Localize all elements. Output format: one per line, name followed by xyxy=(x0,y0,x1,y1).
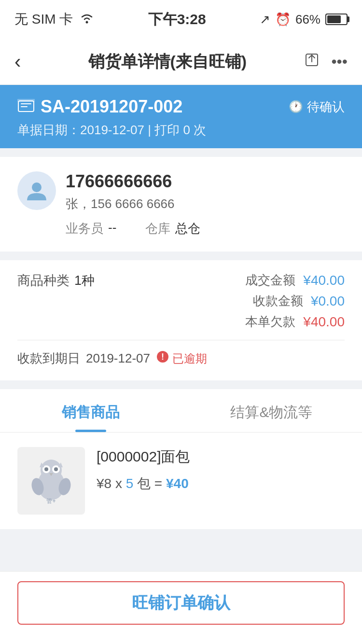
carrier-text: 无 SIM 卡 xyxy=(14,10,73,28)
share-button[interactable] xyxy=(304,52,320,71)
amount-row-1: 收款金额 ¥0.00 xyxy=(253,293,345,309)
page-title: 销货单详情(来自旺铺) xyxy=(30,51,304,73)
amount-value-1: ¥0.00 xyxy=(311,294,345,309)
amount-right: 成交金额 ¥40.00 收款金额 ¥0.00 本单欠款 ¥40.00 xyxy=(245,272,345,330)
equals-sign: = xyxy=(154,476,166,491)
goods-type-label: 商品种类 xyxy=(17,272,70,289)
amount-row-2: 本单欠款 ¥40.00 xyxy=(245,313,345,330)
warehouse-value: 总仓 xyxy=(175,220,200,237)
product-total: ¥40 xyxy=(166,476,189,491)
order-id-text: SA-20191207-002 xyxy=(41,97,182,117)
status-time: 下午3:28 xyxy=(148,10,206,29)
tab-settlement[interactable]: 结算&物流等 xyxy=(181,389,362,432)
alarm-icon: ⏰ xyxy=(275,12,291,27)
order-status: 🕐 待确认 xyxy=(289,98,345,115)
overdue-icon: ! xyxy=(156,350,169,367)
bottom-bar: 旺铺订单确认 xyxy=(0,571,362,644)
back-button[interactable]: ‹ xyxy=(14,51,30,72)
product-section: 管+ [0000002]面包 ¥8 x 5 包 = ¥40 xyxy=(0,433,362,529)
status-bar: 无 SIM 卡 下午3:28 ↗ ⏰ 66% xyxy=(0,0,362,39)
overdue-text: 已逾期 xyxy=(172,351,207,366)
svg-point-0 xyxy=(86,21,88,24)
overdue-badge: ! 已逾期 xyxy=(156,350,207,367)
warehouse-item: 仓库 总仓 xyxy=(145,220,200,237)
amount-row-0: 成交金额 ¥40.00 xyxy=(245,272,345,289)
goods-type: 商品种类 1种 xyxy=(17,272,95,289)
customer-info: 17666666666 张，156 6666 6666 业务员 -- 仓库 总仓 xyxy=(66,171,345,237)
customer-avatar xyxy=(17,171,56,210)
svg-point-12 xyxy=(54,467,58,471)
nav-bar: ‹ 销货单详情(来自旺铺) ••• xyxy=(0,39,362,85)
order-status-text: 待确认 xyxy=(307,98,345,115)
svg-point-4 xyxy=(32,182,42,192)
amount-value-2: ¥40.00 xyxy=(303,314,345,330)
goods-type-value: 1种 xyxy=(74,272,95,289)
svg-point-11 xyxy=(44,467,48,471)
svg-text:管+: 管+ xyxy=(46,498,56,504)
amount-value-0: ¥40.00 xyxy=(303,273,345,288)
salesperson-label: 业务员 xyxy=(66,220,103,237)
due-date-section: 收款到期日 2019-12-07 ! 已逾期 xyxy=(17,340,345,369)
multiply-sign: x xyxy=(115,476,126,491)
product-unit: 包 xyxy=(137,476,151,491)
nav-actions: ••• xyxy=(304,52,348,71)
tab-sales-goods[interactable]: 销售商品 xyxy=(0,389,181,432)
product-qty: 5 xyxy=(126,476,134,491)
wifi-icon xyxy=(80,12,94,27)
product-info: [0000002]面包 ¥8 x 5 包 = ¥40 xyxy=(97,447,345,515)
tabs-section: 销售商品 结算&物流等 xyxy=(0,389,362,433)
order-date: 单据日期：2019-12-07 | 打印 0 次 xyxy=(17,122,345,139)
customer-phone: 17666666666 xyxy=(66,171,345,192)
confirm-order-button[interactable]: 旺铺订单确认 xyxy=(17,581,345,625)
amounts-card: 商品种类 1种 成交金额 ¥40.00 收款金额 ¥0.00 本单欠款 ¥40.… xyxy=(0,260,362,380)
status-clock-icon: 🕐 xyxy=(289,100,303,113)
svg-rect-3 xyxy=(17,99,35,102)
status-right: ↗ ⏰ 66% xyxy=(260,12,348,27)
order-header: SA-20191207-002 🕐 待确认 单据日期：2019-12-07 | … xyxy=(0,85,362,148)
amount-section: 商品种类 1种 成交金额 ¥40.00 收款金额 ¥0.00 本单欠款 ¥40.… xyxy=(17,272,345,330)
order-icon xyxy=(17,98,35,116)
amount-label-2: 本单欠款 xyxy=(245,313,295,330)
product-unit-price: ¥8 xyxy=(97,476,111,491)
customer-meta: 业务员 -- 仓库 总仓 xyxy=(66,220,345,237)
section-divider xyxy=(0,380,362,389)
battery-icon xyxy=(325,14,348,25)
location-icon: ↗ xyxy=(260,12,270,27)
amount-label-0: 成交金额 xyxy=(245,272,295,289)
amount-label-1: 收款金额 xyxy=(253,293,303,309)
salesperson-item: 业务员 -- xyxy=(66,220,116,237)
product-image: 管+ xyxy=(17,447,85,515)
svg-text:!: ! xyxy=(161,352,164,362)
customer-card: 17666666666 张，156 6666 6666 业务员 -- 仓库 总仓 xyxy=(0,157,362,252)
salesperson-value: -- xyxy=(108,220,116,237)
product-price: ¥8 x 5 包 = ¥40 xyxy=(97,475,345,493)
warehouse-label: 仓库 xyxy=(145,220,170,237)
customer-name: 张，156 6666 6666 xyxy=(66,196,345,212)
more-button[interactable]: ••• xyxy=(331,53,348,70)
product-name: [0000002]面包 xyxy=(97,447,345,467)
order-id: SA-20191207-002 xyxy=(17,97,182,117)
due-date-value: 2019-12-07 xyxy=(86,351,150,366)
due-date-label: 收款到期日 xyxy=(17,350,80,367)
battery-text: 66% xyxy=(295,12,320,27)
status-carrier: 无 SIM 卡 xyxy=(14,10,94,28)
